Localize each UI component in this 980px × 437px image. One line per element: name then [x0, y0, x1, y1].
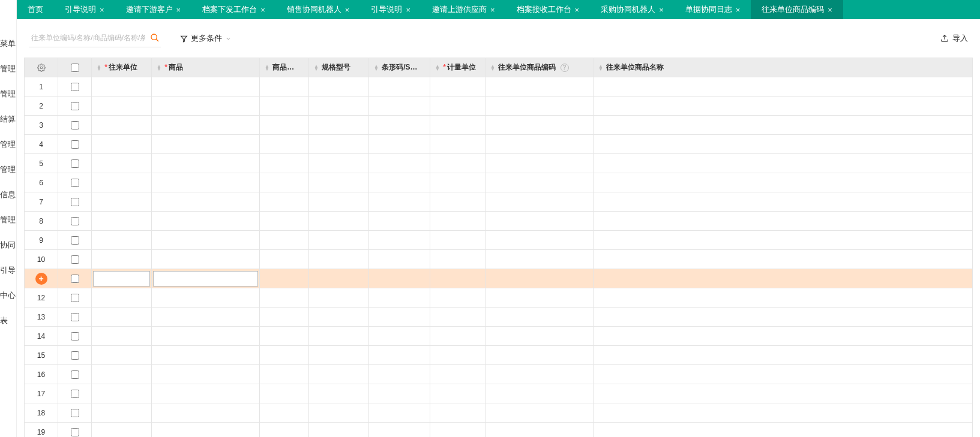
cell[interactable] [309, 403, 369, 423]
cell[interactable] [430, 365, 485, 384]
cell[interactable] [430, 154, 485, 173]
cell[interactable] [594, 154, 973, 173]
add-row-icon[interactable]: + [35, 273, 47, 285]
cell[interactable] [260, 423, 309, 438]
table-row[interactable]: 7 [25, 192, 973, 212]
sidebar-item-5[interactable]: 管理 [0, 157, 16, 182]
cell[interactable] [260, 192, 309, 212]
cell[interactable] [92, 77, 152, 97]
cell[interactable] [369, 250, 430, 269]
cell[interactable] [594, 97, 973, 116]
cell[interactable] [369, 403, 430, 423]
col-settings[interactable] [25, 58, 58, 77]
cell[interactable] [152, 365, 260, 384]
search-icon[interactable] [150, 33, 160, 43]
select-all-checkbox[interactable] [71, 64, 79, 72]
cell[interactable] [260, 269, 309, 288]
cell[interactable] [92, 346, 152, 365]
cell[interactable] [594, 135, 973, 154]
cell[interactable] [485, 192, 594, 212]
cell[interactable] [430, 403, 485, 423]
cell[interactable] [485, 269, 594, 288]
cell[interactable] [369, 77, 430, 97]
cell[interactable] [594, 423, 973, 438]
cell[interactable] [485, 135, 594, 154]
cell[interactable] [369, 116, 430, 135]
partner-unit-input[interactable] [93, 271, 150, 287]
cell[interactable] [260, 135, 309, 154]
row-checkbox[interactable] [71, 217, 79, 225]
cell[interactable] [92, 192, 152, 212]
cell[interactable] [430, 308, 485, 327]
cell[interactable] [260, 384, 309, 403]
cell[interactable] [309, 269, 369, 288]
table-row[interactable]: 14 [25, 327, 973, 346]
cell[interactable] [430, 116, 485, 135]
cell[interactable] [152, 97, 260, 116]
cell[interactable] [260, 308, 309, 327]
cell[interactable] [152, 154, 260, 173]
cell[interactable] [430, 384, 485, 403]
row-checkbox[interactable] [71, 351, 79, 360]
cell[interactable] [430, 97, 485, 116]
cell[interactable] [369, 231, 430, 250]
cell[interactable] [309, 384, 369, 403]
close-icon[interactable]: × [828, 5, 832, 14]
cell[interactable] [430, 327, 485, 346]
cell[interactable] [369, 135, 430, 154]
sidebar-item-6[interactable]: 信息 [0, 182, 16, 207]
cell[interactable] [485, 77, 594, 97]
cell[interactable] [369, 192, 430, 212]
cell[interactable] [92, 154, 152, 173]
close-icon[interactable]: × [100, 5, 104, 14]
more-filter-button[interactable]: 更多条件 [180, 33, 232, 44]
cell[interactable] [152, 173, 260, 192]
cell[interactable] [485, 288, 594, 308]
cell[interactable] [152, 116, 260, 135]
row-checkbox[interactable] [71, 390, 79, 398]
cell[interactable] [92, 250, 152, 269]
cell[interactable] [92, 173, 152, 192]
cell[interactable] [92, 365, 152, 384]
row-checkbox[interactable] [71, 140, 79, 149]
cell[interactable] [594, 192, 973, 212]
table-row[interactable]: 12 [25, 288, 973, 308]
cell[interactable] [152, 346, 260, 365]
cell[interactable] [485, 365, 594, 384]
table-row[interactable]: 4 [25, 135, 973, 154]
table-scroll[interactable]: ▲▼ *往来单位 ▲▼ *商品 ▲▼ 商品… ▲▼ [17, 58, 980, 437]
tab-9[interactable]: 单据协同日志× [675, 0, 751, 19]
row-checkbox[interactable] [71, 332, 79, 340]
cell[interactable] [92, 212, 152, 231]
cell[interactable] [309, 97, 369, 116]
close-icon[interactable]: × [659, 5, 664, 14]
cell[interactable] [485, 97, 594, 116]
cell[interactable] [594, 327, 973, 346]
table-row[interactable]: 5 [25, 154, 973, 173]
cell[interactable] [309, 116, 369, 135]
sidebar-item-4[interactable]: 管理 [0, 132, 16, 157]
cell[interactable] [260, 212, 309, 231]
cell[interactable] [309, 308, 369, 327]
sidebar-item-8[interactable]: 协同 [0, 233, 16, 258]
cell[interactable] [369, 212, 430, 231]
col-spec[interactable]: ▲▼ 规格型号 [309, 58, 369, 77]
sidebar-item-9[interactable]: 引导 [0, 258, 16, 283]
cell[interactable] [594, 231, 973, 250]
cell[interactable] [309, 250, 369, 269]
cell[interactable] [260, 97, 309, 116]
row-checkbox[interactable] [71, 102, 79, 110]
cell[interactable] [152, 77, 260, 97]
table-row[interactable]: 15 [25, 346, 973, 365]
cell[interactable] [594, 403, 973, 423]
row-checkbox[interactable] [71, 409, 79, 417]
row-checkbox[interactable] [71, 159, 79, 168]
row-checkbox[interactable] [71, 428, 79, 436]
cell[interactable] [309, 135, 369, 154]
cell[interactable] [152, 250, 260, 269]
cell[interactable] [92, 231, 152, 250]
cell[interactable] [260, 288, 309, 308]
cell[interactable] [369, 423, 430, 438]
cell[interactable] [309, 327, 369, 346]
cell[interactable] [92, 327, 152, 346]
